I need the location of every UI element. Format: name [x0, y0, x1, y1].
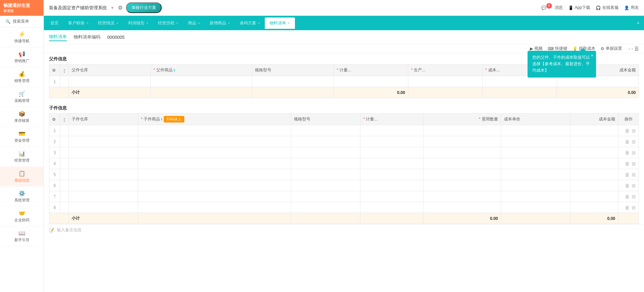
- child-row-3-unit[interactable]: [360, 147, 423, 158]
- tab-barcode-close[interactable]: ×: [258, 21, 260, 25]
- child-row-2-product[interactable]: [138, 136, 291, 147]
- child-col-settings[interactable]: ⚙: [49, 114, 60, 125]
- child-row-5-qty[interactable]: [423, 169, 501, 180]
- child-row-3-product[interactable]: [138, 147, 291, 158]
- child-row-6-warehouse[interactable]: [69, 180, 138, 191]
- child-row-5-drag[interactable]: [60, 169, 69, 180]
- copy-row-5-icon[interactable]: ⊞: [632, 172, 636, 177]
- child-row-8-drag[interactable]: [60, 202, 69, 213]
- toolbar-single-settings[interactable]: ⚙ 单据设置: [600, 46, 622, 51]
- child-row-1-warehouse[interactable]: [69, 125, 138, 136]
- sidebar-item-guide[interactable]: 📖 新手引导: [0, 226, 44, 246]
- child-row-2-spec[interactable]: [291, 136, 360, 147]
- tab-new-product-close[interactable]: ×: [228, 21, 230, 25]
- nav-next[interactable]: ›: [631, 46, 633, 51]
- app-download-item[interactable]: 📱 App下载: [568, 5, 590, 11]
- delete-row-1-icon[interactable]: 🗑: [625, 128, 630, 133]
- child-row-3-qty[interactable]: [423, 147, 501, 158]
- delete-row-4-icon[interactable]: 🗑: [625, 161, 630, 166]
- tab-bom[interactable]: 物料清单×: [265, 17, 295, 29]
- child-row-7-drag[interactable]: [60, 191, 69, 202]
- tab-bom-close[interactable]: ×: [288, 21, 290, 25]
- message-item[interactable]: 💬 6 消息: [541, 5, 563, 11]
- child-row-2-warehouse[interactable]: [69, 136, 138, 147]
- sidebar-item-ops[interactable]: 📊 经营管理: [0, 147, 44, 167]
- tab-customer[interactable]: 客户联络×: [63, 17, 93, 29]
- child-row-4-unit[interactable]: [360, 158, 423, 169]
- tab-new-product[interactable]: 新增商品×: [205, 17, 235, 29]
- parent-row-1-cost[interactable]: [482, 76, 557, 87]
- child-row-6-spec[interactable]: [291, 180, 360, 191]
- child-row-6-qty[interactable]: [423, 180, 501, 191]
- close-all-tabs[interactable]: ×: [634, 19, 642, 27]
- copy-row-6-icon[interactable]: ⊞: [632, 183, 636, 188]
- child-row-1-qty[interactable]: [423, 125, 501, 136]
- dropdown-arrow[interactable]: ▼: [110, 5, 114, 10]
- child-row-2-qty[interactable]: [423, 136, 501, 147]
- parent-row-1-unit[interactable]: [334, 76, 408, 87]
- child-row-4-qty[interactable]: [423, 158, 501, 169]
- parent-row-1-spec[interactable]: [252, 76, 334, 87]
- parent-row-1-warehouse[interactable]: [69, 76, 150, 87]
- child-row-8-unit[interactable]: [360, 202, 423, 213]
- copy-row-1-icon[interactable]: ⊞: [632, 128, 636, 133]
- child-row-7-unit-price[interactable]: [501, 191, 570, 202]
- child-row-5-unit[interactable]: [360, 169, 423, 180]
- child-row-1-drag[interactable]: [60, 125, 69, 136]
- child-row-2-unit-price[interactable]: [501, 136, 570, 147]
- parent-row-1-production[interactable]: [408, 76, 482, 87]
- delete-row-2-icon[interactable]: 🗑: [625, 139, 630, 144]
- child-row-2-unit[interactable]: [360, 136, 423, 147]
- child-row-8-spec[interactable]: [291, 202, 360, 213]
- tab-product[interactable]: 商品×: [183, 17, 205, 29]
- sidebar-item-collab[interactable]: 🤝 企业协同: [0, 207, 44, 226]
- tab-product-close[interactable]: ×: [198, 21, 200, 25]
- tab-business[interactable]: 经营情况×: [93, 17, 123, 29]
- sidebar-item-inventory[interactable]: 📦 库存核算: [0, 107, 44, 127]
- online-service-item[interactable]: 🎧 在线客服: [596, 5, 619, 11]
- child-row-8-qty[interactable]: [423, 202, 501, 213]
- list-view-icon[interactable]: ☰: [634, 46, 639, 51]
- child-row-4-unit-price[interactable]: [501, 158, 570, 169]
- sidebar-item-quick-nav[interactable]: ⚡ 快捷导航: [0, 27, 44, 47]
- tab-customer-close[interactable]: ×: [86, 21, 88, 25]
- parent-row-1-product[interactable]: [151, 76, 252, 87]
- child-row-6-drag[interactable]: [60, 180, 69, 191]
- user-item[interactable]: 👤 用友: [624, 5, 639, 11]
- child-row-1-unit-price[interactable]: [501, 125, 570, 136]
- scan-button[interactable]: 扫码录入: [164, 116, 184, 122]
- tab-barcode[interactable]: 条码方案×: [235, 17, 265, 29]
- child-row-6-product[interactable]: [138, 180, 291, 191]
- tooltip-close-button[interactable]: ×: [591, 52, 593, 59]
- delete-row-5-icon[interactable]: 🗑: [625, 172, 630, 177]
- sidebar-item-basic[interactable]: 📋 基础信息: [0, 167, 44, 187]
- child-row-3-unit-price[interactable]: [501, 147, 570, 158]
- child-row-5-warehouse[interactable]: [69, 169, 138, 180]
- child-row-7-warehouse[interactable]: [69, 191, 138, 202]
- child-row-8-unit-price[interactable]: [501, 202, 570, 213]
- child-row-3-spec[interactable]: [291, 147, 360, 158]
- tab-history[interactable]: 经营历程×: [153, 17, 183, 29]
- copy-row-7-icon[interactable]: ⊞: [632, 194, 636, 199]
- child-row-7-qty[interactable]: [423, 191, 501, 202]
- child-row-1-unit[interactable]: [360, 125, 423, 136]
- child-row-8-product[interactable]: [138, 202, 291, 213]
- child-row-5-product[interactable]: [138, 169, 291, 180]
- parent-col-settings[interactable]: ⚙: [49, 65, 60, 76]
- child-row-1-product[interactable]: [138, 125, 291, 136]
- search-menu[interactable]: 🔍 搜索菜单: [0, 16, 44, 27]
- delete-row-6-icon[interactable]: 🗑: [625, 183, 630, 188]
- tab-profit-close[interactable]: ×: [146, 21, 148, 25]
- tab-profit[interactable]: 利润报告×: [123, 17, 153, 29]
- child-row-4-warehouse[interactable]: [69, 158, 138, 169]
- child-row-4-drag[interactable]: [60, 158, 69, 169]
- child-row-6-unit-price[interactable]: [501, 180, 570, 191]
- tab-history-close[interactable]: ×: [176, 21, 178, 25]
- settings-icon[interactable]: ⚙: [118, 4, 123, 11]
- copy-row-8-icon[interactable]: ⊞: [632, 205, 636, 210]
- copy-row-2-icon[interactable]: ⊞: [632, 139, 636, 144]
- child-row-7-spec[interactable]: [291, 191, 360, 202]
- child-row-3-warehouse[interactable]: [69, 147, 138, 158]
- subtab-bom-list[interactable]: 物料清单: [49, 33, 67, 41]
- nav-prev[interactable]: ‹: [629, 46, 630, 51]
